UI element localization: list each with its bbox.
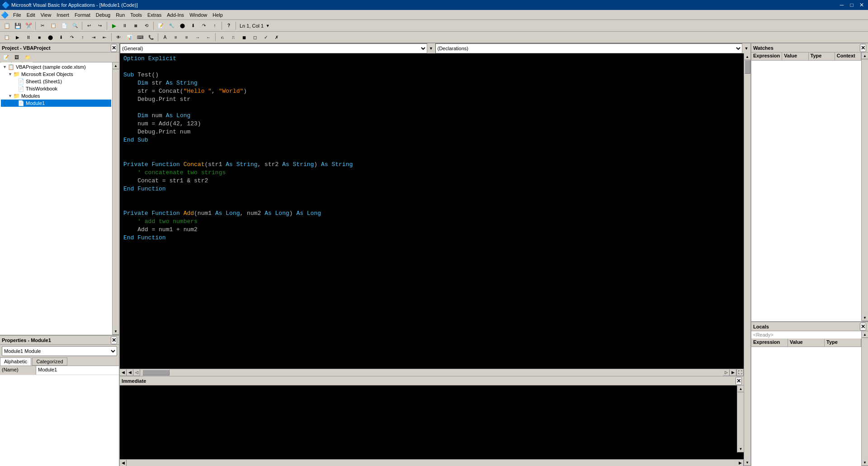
toolbar2-toggle3[interactable]: ◼	[239, 32, 249, 42]
toolbar2-watches[interactable]: 👁	[113, 32, 123, 42]
project-vscroll-track[interactable]	[113, 69, 119, 328]
code-object-dropdown[interactable]: (General)	[120, 43, 427, 53]
toolbar2-btn8[interactable]: ↑	[78, 32, 88, 42]
code-hscroll-left3[interactable]: ◁	[133, 369, 140, 376]
code-hscroll-left[interactable]: ◀	[120, 369, 127, 376]
toolbar2-callstack[interactable]: 📞	[146, 32, 156, 42]
toolbar-stepinto[interactable]: ⬇	[188, 21, 198, 31]
app-restore-button[interactable]: □	[847, 1, 856, 9]
toolbar2-extra3[interactable]: ≡	[182, 32, 192, 42]
code-editor[interactable]: Option Explicit Sub Test() Dim str As St…	[120, 53, 744, 369]
toolbar-stop[interactable]: ■	[131, 21, 141, 31]
toolbar-cut[interactable]: ✂	[38, 21, 47, 31]
toolbar-run[interactable]: ▶	[109, 21, 119, 31]
toolbar2-toggle6[interactable]: ✗	[272, 32, 282, 42]
code-proc-dropdown-btn[interactable]: ▼	[742, 43, 750, 53]
code-hscroll-right[interactable]: ▶	[730, 369, 736, 376]
immediate-vscroll-down[interactable]: ▼	[737, 446, 744, 452]
toolbar-stepover[interactable]: ↷	[199, 21, 209, 31]
toolbar2-btn1[interactable]: 📋	[2, 32, 12, 42]
menu-debug[interactable]: Debug	[93, 11, 113, 19]
menu-extras[interactable]: Extras	[145, 11, 164, 19]
toolbar2-toggle4[interactable]: ◻	[250, 32, 260, 42]
toolbar2-btn2[interactable]: ▶	[13, 32, 23, 42]
watches-vscroll-track[interactable]	[862, 59, 868, 314]
code-vscroll-up[interactable]: ▲	[744, 53, 751, 60]
toolbar-macro[interactable]: 🔧	[166, 21, 176, 31]
code-vscroll-down[interactable]: ▼	[744, 459, 751, 466]
locals-vscroll-track[interactable]	[862, 338, 868, 459]
toolbar-pause[interactable]: ⏸	[120, 21, 130, 31]
toolbar-find[interactable]: 🔍	[70, 21, 80, 31]
toolbar2-btn5[interactable]: ⬤	[45, 32, 55, 42]
toolbar-pos-dropdown[interactable]: ▼	[264, 21, 271, 31]
toolbar2-extra1[interactable]: A	[160, 32, 170, 42]
toolbar-redo[interactable]: ↪	[95, 21, 105, 31]
app-close-button[interactable]: ✕	[857, 1, 866, 9]
project-view-object[interactable]: 🖼	[12, 52, 22, 62]
tree-item-sheet1[interactable]: ▷ 📄 Sheet1 (Sheet1)	[1, 78, 111, 85]
properties-object-select[interactable]: Module1 Module	[2, 346, 117, 356]
toolbar2-locals[interactable]: 📊	[124, 32, 134, 42]
watches-vscroll-up[interactable]: ▲	[862, 52, 868, 59]
code-hscroll-right3[interactable]: ▷	[723, 369, 730, 376]
menu-edit[interactable]: Edit	[24, 11, 38, 19]
toolbar2-btn9[interactable]: ⇥	[89, 32, 99, 42]
toolbar-breakpoint[interactable]: ⬤	[177, 21, 187, 31]
menu-view[interactable]: View	[38, 11, 54, 19]
immediate-close-button[interactable]: ✕	[736, 377, 742, 385]
toolbar2-toggle5[interactable]: ✓	[261, 32, 271, 42]
project-vscroll-up[interactable]: ▲	[113, 62, 119, 69]
toolbar2-btn7[interactable]: ↷	[67, 32, 77, 42]
tree-item-modules[interactable]: ▼ 📁 Modules	[1, 92, 111, 100]
code-proc-dropdown[interactable]: (Declarations)	[435, 43, 743, 53]
app-minimize-button[interactable]: ─	[837, 1, 846, 9]
toolbar2-toggle2[interactable]: ⎍	[228, 32, 238, 42]
toolbar-stepout[interactable]: ↑	[210, 21, 220, 31]
tab-categorized[interactable]: Categorized	[32, 357, 67, 366]
menu-insert[interactable]: Insert	[54, 11, 72, 19]
immediate-vscroll-up[interactable]: ▲	[737, 385, 744, 392]
toolbar2-indent[interactable]: →	[193, 32, 203, 42]
props-col-name-value[interactable]: Module1	[36, 366, 119, 375]
immediate-hscroll-right[interactable]: ▶	[737, 460, 744, 466]
tree-item-vbaproject[interactable]: ▼ 📋 VBAProject (sample code.xlsm)	[1, 63, 111, 71]
tree-item-module1[interactable]: ▷ 📄 Module1	[1, 100, 111, 107]
project-vscroll-down[interactable]: ▼	[113, 328, 119, 335]
toolbar-btn-3[interactable]: ✂️	[24, 21, 33, 31]
locals-vscroll-up[interactable]: ▲	[862, 331, 868, 338]
locals-panel-close-button[interactable]: ✕	[860, 323, 866, 331]
toolbar2-outdent[interactable]: ←	[203, 32, 213, 42]
code-hscroll-expand[interactable]: ⛶	[737, 369, 744, 376]
watches-vscroll-down[interactable]: ▼	[862, 314, 868, 321]
menu-help[interactable]: Help	[210, 11, 226, 19]
project-view-code[interactable]: 📝	[1, 52, 11, 62]
locals-vscroll-down[interactable]: ▼	[862, 459, 868, 466]
toolbar2-btn10[interactable]: ⇤	[99, 32, 109, 42]
toolbar2-btn4[interactable]: ■	[34, 32, 44, 42]
tree-item-excel-objects[interactable]: ▼ 📁 Microsoft Excel Objects	[1, 71, 111, 78]
immediate-hscroll-track[interactable]	[127, 460, 737, 466]
toolbar2-toggle1[interactable]: ⎌	[217, 32, 227, 42]
menu-run[interactable]: Run	[113, 11, 127, 19]
code-hscroll-track[interactable]	[140, 369, 723, 376]
toolbar-paste[interactable]: 📄	[59, 21, 69, 31]
project-panel-close-button[interactable]: ✕	[111, 44, 117, 52]
project-toggle-folders[interactable]: 📁	[23, 52, 33, 62]
toolbar-help[interactable]: ?	[224, 21, 234, 31]
toolbar-copy[interactable]: 📋	[48, 21, 58, 31]
watches-panel-close-button[interactable]: ✕	[860, 44, 866, 52]
code-vscroll-thumb[interactable]	[745, 60, 750, 74]
properties-panel-close-button[interactable]: ✕	[111, 336, 117, 344]
menu-file[interactable]: File	[10, 11, 24, 19]
code-hscroll-thumb[interactable]	[142, 370, 170, 376]
menu-addins[interactable]: Add-Ins	[164, 11, 187, 19]
tab-alphabetic[interactable]: Alphabetic	[0, 357, 31, 366]
toolbar2-extra2[interactable]: ≡	[171, 32, 181, 42]
menu-window[interactable]: Window	[187, 11, 210, 19]
toolbar2-immediate[interactable]: ⌨	[135, 32, 145, 42]
code-object-dropdown-btn[interactable]: ▼	[427, 43, 435, 53]
toolbar-reset[interactable]: ⟲	[142, 21, 151, 31]
immediate-body[interactable]: ▲ ▼	[120, 385, 744, 459]
immediate-hscroll-left[interactable]: ◀	[120, 460, 127, 466]
